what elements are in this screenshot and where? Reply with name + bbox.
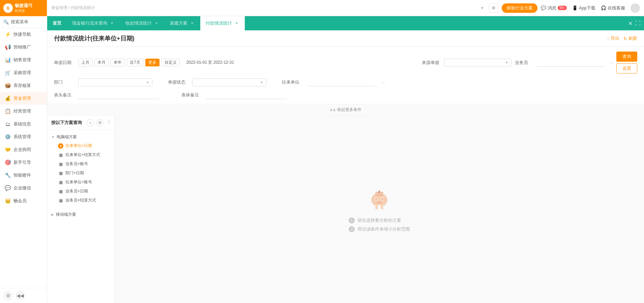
scheme-item-staff-pay[interactable]: ▦ 业务员+结算方式 — [51, 196, 110, 205]
sidebar-item-label: 采购管理 — [13, 70, 31, 76]
scheme-group-mobile-title[interactable]: ▶ 移动端方案 — [51, 210, 110, 219]
date-btn-7days[interactable]: 近7天 — [127, 59, 143, 66]
tab-bank-flow[interactable]: 现金银行流水查询 × — [67, 16, 120, 30]
sidebar-item-system[interactable]: ⚙️ 系统管理 — [0, 130, 47, 143]
staff-input[interactable] — [537, 59, 605, 67]
tab-new-scheme-close[interactable]: × — [189, 21, 195, 26]
scheme-item-staff-date[interactable]: ▦ 业务员+日期 — [51, 187, 110, 196]
svg-point-5 — [382, 198, 383, 200]
sidebar-item-inventory[interactable]: 📦 库存核算 — [0, 79, 47, 92]
collapse-sidebar-btn[interactable]: ◀◀ — [16, 291, 25, 300]
filter-area: 单据日期 上月 本月 本年 近7天 更多 自定义 2022-01-01 至 20… — [47, 47, 644, 104]
sidebar-item-label: 系统管理 — [13, 134, 31, 140]
settings-scheme-btn[interactable]: ⚙ — [96, 119, 104, 126]
scheme-item-label: 业务员+账号 — [65, 161, 88, 167]
sidebar-item-label: 畅会员 — [13, 198, 27, 204]
sidebar-item-capital[interactable]: 💰 资金管理 — [0, 92, 47, 105]
query-btn[interactable]: 查询 — [616, 52, 637, 62]
date-range-value: 2022-01-01 至 2022-12-31 — [186, 60, 234, 65]
tab-payment-stat-close[interactable]: × — [234, 21, 239, 26]
sidebar-item-basic[interactable]: 🗂 基础信息 — [0, 118, 47, 130]
status-select[interactable]: ▾ — [192, 79, 266, 86]
collapse-bar[interactable]: ∧∧ 收起更多条件 — [47, 104, 644, 116]
scheme-group-desktop-title[interactable]: ▼ 电脑端方案 — [51, 133, 110, 141]
scheme-item-icon: ▦ — [58, 180, 63, 185]
svg-rect-7 — [371, 197, 373, 203]
source-select[interactable]: ▾ — [444, 59, 511, 66]
scheme-item-dept-date[interactable]: ▦ 部门+日期 — [51, 169, 110, 178]
partner-input[interactable] — [308, 78, 375, 86]
date-filter-label: 单据日期 — [54, 60, 73, 66]
app-download-btn[interactable]: 📱 App下载 — [572, 5, 595, 11]
page-header: 付款情况统计(往来单位+日期) ↑ 导出 ↻ 刷新 — [47, 30, 644, 47]
hint-number-1: 1 — [349, 217, 355, 223]
messages-btn[interactable]: 💬 消息 99+ — [541, 5, 567, 11]
date-btn-more[interactable]: 更多 — [145, 59, 159, 66]
source-filter-label: 来源单据 — [422, 60, 441, 66]
tab-expand-icon[interactable]: ⛶ — [635, 20, 641, 26]
sidebar-item-operation[interactable]: 📋 经营管理 — [0, 105, 47, 118]
guide-icon: 🎯 — [5, 159, 11, 165]
scheme-item-staff-account[interactable]: ▦ 业务员+账号 — [51, 159, 110, 169]
action-buttons: 查询 设置 — [616, 52, 637, 73]
date-btn-this-month[interactable]: 本月 — [94, 59, 109, 66]
body-note-input[interactable] — [206, 91, 287, 99]
sidebar-item-label: 企业协同 — [13, 147, 31, 153]
basic-icon: 🗂 — [5, 121, 11, 127]
sidebar-item-marketing[interactable]: 📢 营销推广 — [0, 41, 47, 54]
tab-bank-flow-close[interactable]: × — [109, 21, 115, 26]
sidebar-menu: ⚡ 快捷导航 📢 营销推广 📊 销售管理 🛒 采购管理 📦 库存核算 💰 资金管… — [0, 28, 47, 288]
header-note-input[interactable] — [78, 91, 159, 99]
online-service-btn[interactable]: 🎧 在线客服 — [601, 5, 625, 11]
content-area: 付款情况统计(往来单位+日期) ↑ 导出 ↻ 刷新 单据日期 上月 本月 本年 — [47, 30, 644, 303]
scheme-item-icon: ▦ — [58, 198, 63, 203]
sidebar-item-wechat[interactable]: 💬 企业微信 — [0, 182, 47, 194]
settings-btn[interactable]: 设置 — [616, 63, 637, 73]
tab-new-scheme[interactable]: 新建方案 × — [165, 16, 200, 30]
scheme-item-partner-date[interactable]: ● 往来单位+日期 — [51, 141, 110, 150]
sidebar-bottom: ⚙ ◀◀ — [0, 288, 47, 303]
scheme-item-label: 业务员+日期 — [65, 188, 88, 194]
page-header-actions: ↑ 导出 ↻ 刷新 — [607, 35, 638, 46]
staff-more-icon[interactable]: ··· — [609, 60, 613, 65]
sidebar-item-quick-nav[interactable]: ⚡ 快捷导航 — [0, 28, 47, 41]
user-avatar[interactable] — [631, 3, 640, 13]
scheme-item-partner-account[interactable]: ▦ 往来单位+账号 — [51, 178, 110, 187]
quick-nav-icon: ⚡ — [5, 31, 11, 37]
trial-btn[interactable]: 体验行业方案 — [502, 3, 537, 13]
tab-home[interactable]: 首页 — [47, 16, 67, 30]
empty-robot-icon — [366, 186, 393, 213]
add-scheme-btn[interactable]: ＋ — [87, 119, 94, 126]
hint-text-2: 用过滤条件来缩小分析范围 — [357, 226, 410, 232]
sidebar-item-sales[interactable]: 📊 销售管理 — [0, 54, 47, 66]
tab-receipt-stat[interactable]: 收款情况统计 × — [120, 16, 165, 30]
staff-filter-label: 业务员 — [515, 60, 534, 66]
date-btn-this-year[interactable]: 本年 — [111, 59, 125, 66]
sidebar-item-hardware[interactable]: 🔧 智能硬件 — [0, 169, 47, 182]
left-panel-actions: ＋ ⚙ 《 — [87, 119, 110, 126]
status-select-arrow: ▾ — [261, 80, 263, 85]
sidebar-search[interactable]: 🔍 搜索菜单 — [0, 16, 47, 28]
tab-close-all-icon[interactable]: ✕ — [628, 20, 633, 27]
scheme-item-label: 往来单位+日期 — [65, 143, 92, 149]
refresh-btn[interactable]: ↻ 刷新 — [623, 35, 637, 41]
sidebar-item-member[interactable]: 👑 畅会员 — [0, 194, 47, 207]
tab-payment-stat[interactable]: 付款情况统计 × — [200, 16, 245, 30]
sidebar-item-guide[interactable]: 🎯 新手引导 — [0, 156, 47, 169]
partner-more-icon[interactable]: ··· — [382, 80, 385, 85]
sidebar-item-purchase[interactable]: 🛒 采购管理 — [0, 66, 47, 79]
sidebar-item-enterprise[interactable]: 🤝 企业协同 — [0, 143, 47, 156]
online-service-label: 在线客服 — [608, 5, 625, 11]
date-btn-custom[interactable]: 自定义 — [162, 59, 180, 66]
tab-receipt-stat-close[interactable]: × — [154, 21, 159, 26]
dept-select[interactable]: ▾ — [78, 79, 152, 86]
breadcrumb-dropdown-icon[interactable]: ▾ — [479, 5, 486, 11]
app-icon: 6 — [3, 3, 13, 13]
topbar-gear-btn[interactable]: ⚙ — [489, 3, 498, 13]
export-btn[interactable]: ↑ 导出 — [607, 35, 620, 41]
settings-bottom-btn[interactable]: ⚙ — [3, 291, 13, 300]
scheme-item-partner-pay[interactable]: ▦ 往来单位+结算方式 — [51, 150, 110, 159]
date-btn-last-month[interactable]: 上月 — [78, 59, 92, 66]
collapse-panel-btn[interactable]: 《 — [106, 119, 110, 126]
sidebar-item-label: 经营管理 — [13, 108, 31, 114]
